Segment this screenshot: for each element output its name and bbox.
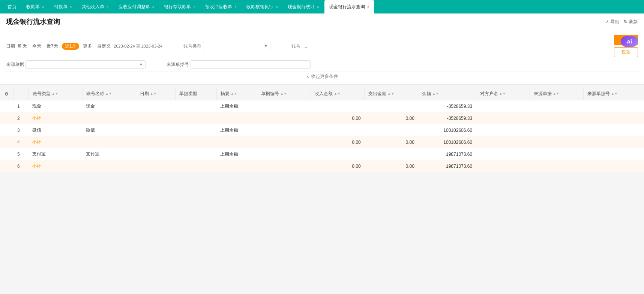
table-cell	[476, 112, 530, 124]
settings-icon: ⚙	[5, 91, 9, 97]
close-icon[interactable]: ×	[234, 5, 237, 9]
refresh-button[interactable]: ↻ 刷新	[624, 19, 638, 25]
nav-tab-bank-flow-label: 现金银行流水查询	[329, 4, 365, 10]
table-cell: 现金	[82, 100, 136, 112]
table-cell: 0.00	[311, 136, 365, 148]
ai-button[interactable]: Ai	[621, 36, 638, 47]
column-summary[interactable]: 摘要 ▲▼	[216, 88, 257, 100]
source-doc-select[interactable]	[26, 60, 146, 69]
table-cell	[476, 148, 530, 160]
table-cell	[476, 124, 530, 136]
sort-icon: ▲▼	[334, 92, 341, 96]
table-cell	[136, 112, 175, 124]
table-cell: 小计	[29, 160, 82, 172]
column-date[interactable]: 日期 ▲▼	[136, 88, 175, 100]
filter-row-source: 来源单据 来源单据号	[6, 60, 638, 69]
table-cell	[311, 148, 365, 160]
account-type-label: 账号类型	[183, 43, 201, 49]
table-cell	[311, 100, 365, 112]
date-shortcuts: 昨天 今天 近7天 近1月 更多 自定义	[17, 43, 112, 50]
table-cell	[530, 124, 583, 136]
table-cell: -3528659.33	[418, 112, 476, 124]
table-row[interactable]: 3微信微信上期余额100102606.60	[0, 124, 644, 136]
sort-icon: ▲▼	[553, 92, 560, 96]
table-cell	[175, 160, 216, 172]
table-cell: 0.00	[311, 160, 365, 172]
nav-tab-verification[interactable]: 收款核销执行 ×	[242, 0, 282, 13]
close-icon[interactable]: ×	[367, 5, 369, 9]
table-cell	[476, 100, 530, 112]
table-cell	[136, 160, 175, 172]
source-doc-no-input[interactable]	[191, 60, 311, 69]
table-cell: 19871073.60	[418, 160, 476, 172]
filter-row-date: 日期 昨天 今天 近7天 近1月 更多 自定义 2023-02-24 至 202…	[6, 35, 638, 57]
column-expense[interactable]: 支出金额 ▲▼	[365, 88, 418, 100]
nav-tab-advance[interactable]: 预收冲应收单 ×	[201, 0, 241, 13]
nav-tab-payment[interactable]: 付款单 ×	[50, 0, 77, 13]
table-row[interactable]: 2小计0.000.00-3528659.33	[0, 112, 644, 124]
header-actions: ↗ 导出 ↻ 刷新	[605, 19, 638, 25]
export-button[interactable]: ↗ 导出	[605, 19, 619, 25]
close-icon[interactable]: ×	[276, 5, 278, 9]
source-doc-filter-group: 来源单据	[6, 60, 146, 69]
table-cell: 19871073.60	[418, 148, 476, 160]
account-more-button[interactable]: ...	[303, 43, 307, 49]
table-row[interactable]: 6小计0.000.0019871073.60	[0, 160, 644, 172]
table-cell	[583, 100, 644, 112]
close-icon[interactable]: ×	[152, 5, 155, 9]
table-cell	[257, 136, 311, 148]
column-account-type[interactable]: 账号类型 ▲▼	[29, 88, 82, 100]
nav-tab-other-income[interactable]: 其他收入单 ×	[77, 0, 113, 13]
shortcut-7days[interactable]: 近7天	[45, 43, 60, 50]
table-cell	[583, 136, 644, 148]
table-cell	[530, 160, 583, 172]
close-icon[interactable]: ×	[107, 5, 109, 9]
shortcut-yesterday[interactable]: 昨天	[17, 43, 29, 50]
nav-tab-home-label: 首页	[8, 4, 17, 10]
date-filter-group: 日期 昨天 今天 近7天 近1月 更多 自定义 2023-02-24 至 202…	[6, 43, 162, 50]
table-header-row: ⚙ 账号类型 ▲▼ 账号名称 ▲▼ 日期	[0, 88, 644, 100]
close-icon[interactable]: ×	[42, 5, 44, 9]
column-balance[interactable]: 余额 ▲▼	[418, 88, 476, 100]
nav-tab-verification-label: 收款核销执行	[246, 4, 273, 10]
table-row[interactable]: 4小计0.000.00100102606.60	[0, 136, 644, 148]
source-doc-no-filter-group: 来源单据号	[167, 60, 311, 69]
nav-tab-bank-deposit[interactable]: 银行存取款单 ×	[159, 0, 200, 13]
table-cell: 现金	[29, 100, 82, 112]
column-doc-type[interactable]: 单据类型	[175, 88, 216, 100]
column-source-doc-no[interactable]: 来源单据号 ▲▼	[583, 88, 644, 100]
shortcut-more[interactable]: 更多	[81, 43, 93, 50]
nav-tab-bank-flow[interactable]: 现金银行流水查询 ×	[324, 0, 374, 13]
nav-tab-adjustment[interactable]: 应收应付调整单 ×	[114, 0, 159, 13]
close-icon[interactable]: ×	[317, 5, 319, 9]
sort-icon: ▲▼	[150, 92, 157, 96]
table-cell	[175, 124, 216, 136]
table-cell: 支付宝	[29, 148, 82, 160]
table-cell: 100102606.60	[418, 124, 476, 136]
column-source-doc[interactable]: 来源单据 ▲▼	[530, 88, 583, 100]
column-income[interactable]: 收入金额 ▲▼	[311, 88, 365, 100]
collapse-more-conditions-button[interactable]: ∧ 收起更多条件	[6, 72, 638, 81]
close-icon[interactable]: ×	[193, 5, 195, 9]
shortcut-1month[interactable]: 近1月	[62, 43, 80, 50]
column-account-name[interactable]: 账号名称 ▲▼	[82, 88, 136, 100]
shortcut-custom[interactable]: 自定义	[96, 43, 112, 50]
close-icon[interactable]: ×	[70, 5, 72, 9]
nav-tab-receipt[interactable]: 收款单 ×	[22, 0, 49, 13]
page-header: 现金银行流水查询 ↗ 导出 ↻ 刷新	[0, 13, 644, 30]
account-type-select[interactable]	[203, 42, 270, 50]
table-cell	[365, 148, 418, 160]
nav-tab-adjustment-label: 应收应付调整单	[119, 4, 150, 10]
nav-tab-bank-stats[interactable]: 现金银行统计 ×	[283, 0, 324, 13]
table-cell: 上期余额	[216, 100, 257, 112]
nav-tab-home[interactable]: 首页	[3, 0, 21, 13]
column-doc-no[interactable]: 单据编号 ▲▼	[257, 88, 311, 100]
column-counterparty[interactable]: 对方户名 ▲▼	[476, 88, 530, 100]
table-row[interactable]: 5支付宝支付宝上期余额19871073.60	[0, 148, 644, 160]
column-gear[interactable]: ⚙	[0, 88, 14, 100]
settings-button[interactable]: 设置	[614, 47, 638, 57]
table-cell	[216, 160, 257, 172]
table-row[interactable]: 1现金现金上期余额-3528659.33	[0, 100, 644, 112]
table-cell: 上期余额	[216, 124, 257, 136]
shortcut-today[interactable]: 今天	[31, 43, 43, 50]
